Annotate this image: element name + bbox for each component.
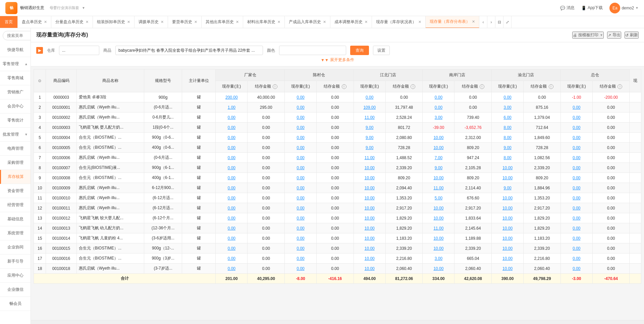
tab-stock-dist[interactable]: 现存量（库存分布表） ✕ [426, 16, 479, 28]
sidebar-item-quick-nav[interactable]: 快捷导航 [0, 43, 31, 57]
factory-amt-info[interactable]: i [273, 84, 277, 89]
row-zc-amt: 0.00 [592, 143, 630, 153]
sidebar-item-inventory[interactable]: 库存核算 [0, 170, 31, 184]
app-download-btn[interactable]: 📱 App下载 [581, 5, 603, 11]
row-cur [630, 123, 641, 133]
row-f-qty: 0.00 [216, 133, 248, 143]
settings-icon[interactable]: ⚙ [38, 79, 42, 83]
table-row: 15 00100014 飞鹤星飞帆 儿童奶粉 4... (3-6岁适用... 罐… [34, 233, 641, 243]
row-na-amt: 1,833.64 [454, 213, 492, 223]
sidebar-item-retail-stats[interactable]: 零售统计 [0, 113, 31, 128]
tab-home[interactable]: 首页 [0, 16, 18, 28]
tab-product-in[interactable]: 产成品入库单历史 ✕ [285, 16, 330, 28]
sidebar-item-app-center[interactable]: 应用中心 [0, 269, 31, 283]
tab-stock-status[interactable]: 现存量（库存状况表） ✕ [372, 16, 426, 28]
row-cj-amt: 0.00 [317, 213, 354, 223]
row-spec: (3-7岁适... [144, 264, 182, 274]
row-unit: 罐 [182, 123, 216, 133]
table-container[interactable]: ⚙ 商品编码 商品名称 规格型号 主计量单位 厂家仓 陈村仓 江北门店 南岸门店… [31, 66, 644, 320]
sidebar-item-marketing[interactable]: 营销推广 [0, 85, 31, 99]
sidebar-item-member[interactable]: 会员中心 [0, 99, 31, 113]
expand-toggle-btn[interactable]: ▼▼ 展开更多条件 [321, 57, 354, 63]
tab-nav-menu[interactable]: ⊟ [495, 16, 503, 28]
yb-amt-info[interactable]: i [549, 84, 553, 89]
row-cj-qty: 0.00 [285, 193, 317, 203]
tab-status-close[interactable]: ✕ [418, 20, 421, 24]
tab-partial-close[interactable]: ✕ [86, 20, 89, 24]
tab-assembly[interactable]: 组装拆卸单历史 ✕ [93, 16, 135, 28]
row-na-amt: 0.00 [454, 102, 492, 112]
table-row: 14 00100013 飞鹤星飞帆 幼儿配方奶... (12-36个月... 罐… [34, 223, 641, 233]
logo-text: 畅销遇好生意 [20, 5, 44, 11]
user-area[interactable]: Ea demo2 ▼ [609, 3, 639, 13]
search-input[interactable] [3, 31, 31, 40]
scroll-bar[interactable] [31, 320, 644, 324]
tab-cost-close[interactable]: ✕ [365, 20, 368, 24]
sidebar-item-wholesale[interactable]: 批发管理 ▼ [0, 128, 31, 142]
export-btn[interactable]: ↗ 导出 [607, 32, 621, 39]
warehouse-input[interactable] [59, 46, 99, 55]
product-input[interactable] [115, 46, 263, 55]
tab-product-in-close[interactable]: ✕ [323, 20, 326, 24]
tab-partial[interactable]: 分量盘点单历史 ✕ [51, 16, 93, 28]
tab-purchase-close[interactable]: ✕ [194, 20, 197, 24]
tab-material-close[interactable]: ✕ [277, 20, 280, 24]
cj-amt-info[interactable]: i [342, 84, 346, 89]
message-btn[interactable]: 💬 消息 [560, 5, 575, 11]
print-icon: 🖨 [573, 33, 577, 38]
sidebar-item-enterprise[interactable]: 企业协同 [0, 240, 31, 254]
tab-stocktake-close[interactable]: ✕ [44, 20, 47, 24]
row-name: 飞鹤星飞帆 较大婴儿配... [76, 213, 144, 223]
zc-amt-info[interactable]: i [618, 84, 622, 89]
industry-dropdown-arrow[interactable]: ▼ [82, 6, 85, 10]
sum-f-qty: 201.00 [216, 274, 248, 284]
sidebar-item-finance[interactable]: 资金管理 [0, 184, 31, 198]
jb-amt-info[interactable]: i [411, 84, 415, 89]
logo-area: 畅 畅销遇好生意 母婴行业演示陈套 ▼ [5, 2, 85, 14]
row-jb-amt: 1,488.52 [385, 153, 423, 163]
sidebar-item-basic-info[interactable]: 基础信息 [0, 212, 31, 226]
row-code: 00100010 [46, 193, 76, 203]
sidebar-item-retail-mgmt[interactable]: 零售管理 ▲ [0, 57, 31, 71]
sidebar-item-operations[interactable]: 经营管理 [0, 198, 31, 212]
row-idx: 2 [34, 102, 46, 112]
sidebar-item-system[interactable]: 系统管理 [0, 226, 31, 240]
tab-nav-next[interactable]: › [487, 16, 495, 28]
row-name: 惠氏启赋（Wyeth illu... [76, 264, 144, 274]
row-code: 00100011 [46, 203, 76, 213]
sum-zc-amt: -470.64 [592, 274, 630, 284]
na-amt-info[interactable]: i [480, 84, 484, 89]
row-zc-amt: 0.00 [592, 233, 630, 243]
row-name: 爱他美 卓睿3段 [76, 92, 144, 102]
filter-toggle-btn[interactable]: ▶ [36, 47, 43, 54]
settings-btn[interactable]: 设置 [373, 46, 390, 55]
tab-other-out[interactable]: 其他出库单历史 ✕ [202, 16, 243, 28]
color-input[interactable] [279, 46, 346, 55]
print-btn[interactable]: 🖨 按模板打印 ▼ [572, 32, 604, 39]
col-na-amt: 结存金额 i [454, 81, 492, 92]
tab-nav-prev[interactable]: ‹ [479, 16, 487, 28]
sidebar-item-retail-mall[interactable]: 零售商城 [0, 71, 31, 85]
sidebar-item-member2[interactable]: 畅会员 [0, 297, 31, 311]
refresh-btn[interactable]: ↺ 刷新 [625, 32, 639, 39]
col-settings[interactable]: ⚙ [34, 70, 46, 92]
sidebar-item-enterprise-wx[interactable]: 企业微信 [0, 283, 31, 297]
row-na-amt: 2,105.28 [454, 163, 492, 173]
tab-cost-adjust[interactable]: 成本调整单历史 ✕ [330, 16, 372, 28]
search-btn[interactable]: 查询 [350, 46, 369, 55]
tab-other-out-close[interactable]: ✕ [236, 20, 239, 24]
row-f-amt: 0.00 [248, 153, 285, 163]
tab-material-out[interactable]: 材料出库单历史 ✕ [243, 16, 285, 28]
tab-nav-expand[interactable]: ⤢ [503, 16, 512, 28]
tab-transfer[interactable]: 调拨单历史 ✕ [135, 16, 168, 28]
sidebar-item-purchase[interactable]: 采购管理 [0, 156, 31, 170]
tab-stocktake[interactable]: 盘点单历史 ✕ [18, 16, 51, 28]
tab-dist-close[interactable]: ✕ [472, 19, 475, 24]
row-yb-qty: 10.00 [492, 173, 524, 183]
row-cj-amt: 0.00 [317, 243, 354, 253]
sidebar-item-ecommerce[interactable]: 电商管理 [0, 142, 31, 156]
tab-purchase[interactable]: 要货单历史 ✕ [168, 16, 202, 28]
tab-transfer-close[interactable]: ✕ [161, 20, 164, 24]
sidebar-item-guide[interactable]: 新手引导 [0, 254, 31, 269]
tab-assembly-close[interactable]: ✕ [127, 20, 130, 24]
